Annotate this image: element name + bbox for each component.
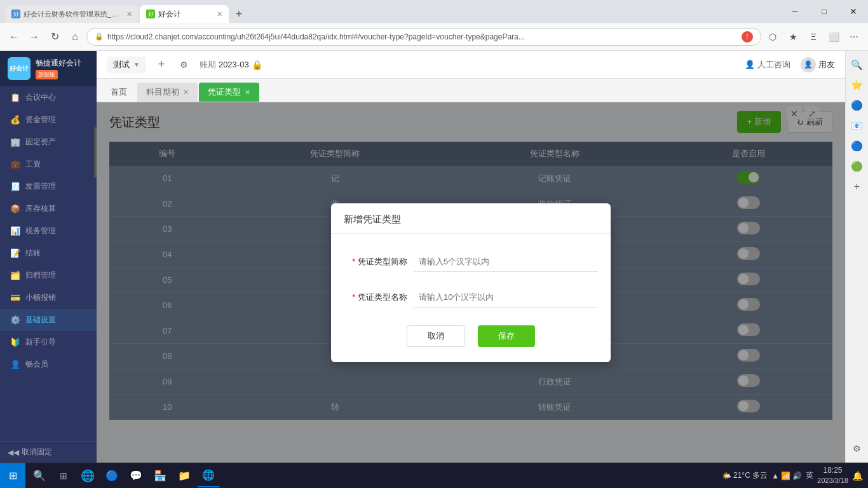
extensions-button[interactable]: ⬡	[764, 28, 782, 46]
tab-subject-close-icon[interactable]: ✕	[183, 88, 189, 97]
rp-circle-button[interactable]: 🔵	[848, 97, 866, 114]
sidebar-logo[interactable]: 好会计 畅捷通好会计 旗舰版	[0, 51, 97, 86]
member-icon: 👤	[10, 360, 20, 369]
cancel-button[interactable]: 取消	[407, 325, 465, 347]
sidebar-item-dashboard[interactable]: 📋 会议中心	[0, 86, 97, 109]
taskbar: ⊞ 🔍 ⊞ 🌐 🔵 💬 🏪 📁 🌐 🌤️ 21°C 多云 ▲ 📶 🔊 英 18:…	[0, 463, 868, 488]
sidebar-item-member[interactable]: 👤 畅会员	[0, 353, 97, 376]
rp-config-button[interactable]: ⚙	[848, 440, 866, 458]
speaker-icon[interactable]: 🔊	[792, 471, 802, 480]
taskbar-edge[interactable]: 🔵	[100, 464, 123, 487]
tab-subject[interactable]: 科目期初 ✕	[137, 83, 198, 102]
taskbar-weather[interactable]: 🌤️ 21°C 多云	[722, 470, 768, 481]
settings-icon: ⚙️	[10, 315, 20, 325]
abbr-input[interactable]	[414, 252, 598, 272]
modal-overlay: 新增凭证类型 * 凭证类型简称 *	[97, 102, 845, 463]
lock-icon: 🔒	[95, 32, 104, 41]
taskbar-folder[interactable]: 📁	[173, 464, 196, 487]
rp-star-button[interactable]: ⭐	[848, 76, 866, 94]
archive-icon: 🗂️	[10, 271, 20, 280]
sidebar-item-expense[interactable]: 💳 小畅报销	[0, 287, 97, 309]
sidebar-item-tax[interactable]: 📊 税务管理	[0, 220, 97, 242]
address-bar[interactable]: 🔒 https://cloud2.chanjet.com/accounting/…	[86, 28, 761, 46]
sidebar-item-invoice[interactable]: 🧾 发票管理	[0, 175, 97, 198]
rp-mail-button[interactable]: 📧	[848, 117, 866, 135]
sidebar-item-guide[interactable]: 🔰 新手引导	[0, 331, 97, 353]
tab2-title: 好会计	[158, 9, 214, 20]
home-button[interactable]: ⌂	[66, 28, 84, 46]
taskbar-clock[interactable]: 18:25 2023/3/18	[817, 465, 848, 485]
salary-icon: 💼	[10, 159, 20, 169]
consult-button[interactable]: 👤 人工咨询	[745, 59, 790, 71]
taskbar-search[interactable]: 🔍	[28, 464, 51, 487]
notification-button[interactable]: 🔔	[852, 471, 863, 481]
browser-settings-button[interactable]: ⋯	[845, 28, 863, 46]
sidebar-item-asset[interactable]: 🏢 固定资产	[0, 131, 97, 153]
tab-voucher-close-icon[interactable]: ✕	[245, 88, 250, 97]
maximize-button[interactable]: □	[810, 0, 839, 23]
taskbar-wechat[interactable]: 💬	[125, 464, 147, 487]
workspace-selector[interactable]: 测试 ▼	[107, 57, 146, 73]
reload-button[interactable]: ↻	[46, 28, 64, 46]
tab1-close-icon[interactable]: ✕	[126, 10, 132, 18]
header-right: 👤 人工咨询 👤 用友	[745, 57, 835, 72]
taskbar-chrome[interactable]: 🌐	[76, 464, 99, 487]
add-workspace-button[interactable]: +	[154, 57, 169, 72]
split-view-button[interactable]: ⬜	[825, 28, 843, 46]
taskbar-store[interactable]: 🏪	[149, 464, 172, 487]
settings-header-button[interactable]: ⚙	[177, 57, 192, 72]
sidebar-item-inventory[interactable]: 📦 库存核算	[0, 198, 97, 220]
close-window-button[interactable]: ✕	[839, 0, 868, 23]
inventory-icon: 📦	[10, 204, 20, 214]
minimize-button[interactable]: ─	[780, 0, 810, 23]
workspace-arrow-icon: ▼	[133, 61, 140, 68]
forward-button[interactable]: →	[25, 28, 43, 46]
rp-green-button[interactable]: 🟢	[848, 158, 866, 175]
guide-icon: 🔰	[10, 337, 20, 347]
dashboard-icon: 📋	[10, 93, 20, 102]
user-info[interactable]: 👤 用友	[801, 57, 835, 72]
taskbar-msedge[interactable]: 🌐	[197, 464, 220, 487]
rp-add-button[interactable]: +	[848, 178, 866, 196]
fund-icon: 💰	[10, 115, 20, 125]
abbr-label: * 凭证类型简称	[344, 256, 414, 268]
wifi-icon[interactable]: 📶	[781, 471, 790, 480]
sidebar-item-settlement[interactable]: 📝 结账	[0, 242, 97, 264]
rp-search-button[interactable]: 🔍	[848, 56, 866, 74]
tax-icon: 📊	[10, 226, 20, 236]
sidebar-item-settings[interactable]: ⚙️ 基础设置	[0, 309, 97, 331]
sidebar-item-archive[interactable]: 🗂️ 归档管理	[0, 264, 97, 287]
sidebar-item-salary[interactable]: 💼 工资	[0, 153, 97, 175]
modal-header: 新增凭证类型	[331, 203, 611, 234]
unpin-button[interactable]: ◀◀ 取消固定	[0, 441, 97, 463]
period-lock-icon: 🔒	[252, 60, 262, 70]
app-header: 测试 ▼ + ⚙ 账期 2023-03 🔒 👤 人工咨询 👤 用友	[97, 51, 845, 79]
back-button[interactable]: ←	[5, 28, 23, 46]
sidebar-item-fund[interactable]: 💰 资金管理	[0, 109, 97, 131]
new-tab-button[interactable]: +	[230, 5, 248, 23]
taskbar-lang[interactable]: 英	[806, 470, 813, 481]
name-input[interactable]	[414, 287, 598, 308]
browser-tab[interactable]: 好 好会计云财务软件管理系统_会计 ✕	[5, 5, 139, 23]
tab-voucher[interactable]: 凭证类型 ✕	[199, 83, 259, 102]
sidebar-logo-text: 畅捷通好会计	[36, 58, 81, 69]
tab2-close-icon[interactable]: ✕	[217, 10, 222, 18]
modal-body: * 凭证类型简称 * 凭证类型名称	[331, 234, 611, 318]
tab-home[interactable]: 首页	[102, 83, 136, 102]
taskbar-task-view[interactable]: ⊞	[52, 464, 75, 487]
rp-outlook-button[interactable]: 🔵	[848, 137, 866, 155]
security-badge: !	[742, 31, 753, 43]
taskbar-sys-icons: ▲ 📶 🔊	[771, 471, 802, 480]
reading-mode-button[interactable]: Ξ	[804, 28, 822, 46]
start-button[interactable]: ⊞	[0, 463, 25, 489]
user-name: 用友	[818, 59, 835, 71]
save-button[interactable]: 保存	[478, 325, 535, 347]
right-panel: 🔍 ⭐ 🔵 📧 🔵 🟢 + ⚙	[845, 51, 868, 463]
address-text: https://cloud2.chanjet.com/accounting/uh…	[107, 32, 738, 41]
favorites-button[interactable]: ★	[784, 28, 802, 46]
sidebar: 好会计 畅捷通好会计 旗舰版 📋 会议中心 💰 资金管理 🏢 固定资产	[0, 51, 97, 463]
period-info: 账期 2023-03 🔒	[200, 59, 262, 71]
expense-icon: 💳	[10, 293, 20, 302]
network-icon[interactable]: ▲	[771, 471, 779, 480]
browser-tab-active[interactable]: 好 好会计 ✕	[140, 5, 229, 23]
